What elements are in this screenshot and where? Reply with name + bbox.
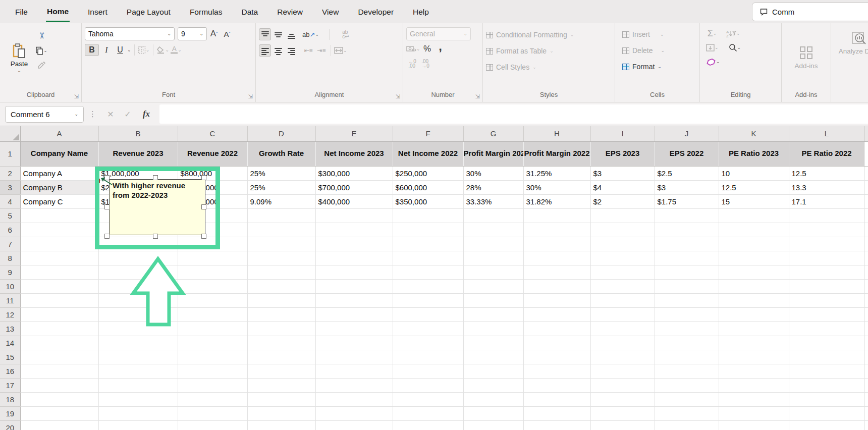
cell-I20[interactable]	[590, 420, 655, 430]
cell-G6[interactable]	[463, 223, 523, 237]
cell-F9[interactable]	[393, 265, 463, 279]
italic-button[interactable]: I	[100, 44, 113, 56]
tab-data[interactable]: Data	[240, 2, 259, 21]
cell-J7[interactable]	[655, 237, 719, 251]
tab-page-layout[interactable]: Page Layout	[126, 2, 172, 21]
cell-A11[interactable]	[20, 293, 98, 307]
cell-G18[interactable]	[463, 392, 523, 406]
cell-I14[interactable]	[590, 336, 655, 350]
cell-C16[interactable]	[178, 364, 247, 378]
cell-K10[interactable]	[719, 279, 789, 293]
alignment-dialog-launcher-icon[interactable]: ⇲	[396, 93, 400, 100]
cell-J17[interactable]	[655, 378, 719, 392]
cell-F3[interactable]: $600,000	[393, 180, 463, 194]
font-color-button[interactable]: A ⌄	[170, 44, 182, 56]
cell-J2[interactable]: $2.5	[655, 166, 719, 180]
cell-L1[interactable]: PE Ratio 2022	[789, 141, 864, 166]
cell-H3[interactable]: 30%	[523, 180, 590, 194]
cell-D16[interactable]	[247, 364, 315, 378]
cell-I11[interactable]	[590, 293, 655, 307]
cell-A20[interactable]	[20, 420, 98, 430]
cell-A18[interactable]	[20, 392, 98, 406]
enter-icon[interactable]: ✓	[119, 110, 136, 119]
cell-G13[interactable]	[463, 321, 523, 336]
cell-H8[interactable]	[523, 251, 590, 265]
cell-F10[interactable]	[393, 279, 463, 293]
cell-I4[interactable]: $2	[590, 194, 655, 208]
column-header-D[interactable]: D	[247, 126, 315, 141]
cell-E12[interactable]	[315, 307, 393, 321]
cell-D19[interactable]	[247, 406, 315, 420]
cell-L20[interactable]	[789, 420, 864, 430]
cell-B19[interactable]	[98, 406, 178, 420]
cell-G19[interactable]	[463, 406, 523, 420]
cell-K12[interactable]	[719, 307, 789, 321]
cell-I1[interactable]: EPS 2023	[590, 141, 655, 166]
cell-H11[interactable]	[523, 293, 590, 307]
align-top-button[interactable]	[259, 28, 271, 40]
cell-M13[interactable]	[864, 321, 868, 336]
cell-I9[interactable]	[590, 265, 655, 279]
cell-L15[interactable]	[789, 350, 864, 364]
cell-I19[interactable]	[590, 406, 655, 420]
orientation-button[interactable]: ab↗ ⌄	[302, 28, 319, 40]
cell-M5[interactable]	[864, 208, 868, 223]
cell-E13[interactable]	[315, 321, 393, 336]
cell-E17[interactable]	[315, 378, 393, 392]
cell-F15[interactable]	[393, 350, 463, 364]
cell-G5[interactable]	[463, 208, 523, 223]
cell-K20[interactable]	[719, 420, 789, 430]
cell-A3[interactable]: Company B	[20, 180, 98, 194]
cell-H17[interactable]	[523, 378, 590, 392]
delete-cells-button[interactable]: Delete ⌄	[622, 43, 696, 58]
cell-I10[interactable]	[590, 279, 655, 293]
column-header-F[interactable]: F	[393, 126, 463, 141]
increase-indent-button[interactable]: ⇥≡	[315, 44, 328, 57]
number-dialog-launcher-icon[interactable]: ⇲	[475, 93, 480, 100]
cell-E18[interactable]	[315, 392, 393, 406]
cell-D14[interactable]	[247, 336, 315, 350]
cell-A8[interactable]	[20, 251, 98, 265]
cell-B1[interactable]: Revenue 2023	[98, 141, 178, 166]
cell-L13[interactable]	[789, 321, 864, 336]
cell-J18[interactable]	[655, 392, 719, 406]
cell-I2[interactable]: $3	[590, 166, 655, 180]
cell-H5[interactable]	[523, 208, 590, 223]
fill-color-button[interactable]: ⌄	[156, 44, 170, 56]
cell-E9[interactable]	[315, 265, 393, 279]
increase-decimal-button[interactable]: ←0 .00	[406, 58, 418, 70]
cell-L16[interactable]	[789, 364, 864, 378]
bold-button[interactable]: B	[85, 44, 99, 56]
cell-H13[interactable]	[523, 321, 590, 336]
cell-D3[interactable]: 25%	[247, 180, 315, 194]
cell-L8[interactable]	[789, 251, 864, 265]
cell-M20[interactable]	[864, 420, 868, 430]
cell-E1[interactable]: Net Income 2023	[315, 141, 393, 166]
row-header-4[interactable]: 4	[0, 194, 20, 208]
cell-A6[interactable]	[20, 223, 98, 237]
cell-E7[interactable]	[315, 237, 393, 251]
cell-J15[interactable]	[655, 350, 719, 364]
cell-H10[interactable]	[523, 279, 590, 293]
cell-J1[interactable]: EPS 2022	[655, 141, 719, 166]
cell-F19[interactable]	[393, 406, 463, 420]
font-name-select[interactable]: Tahoma ⌄	[85, 27, 175, 40]
cell-K16[interactable]	[719, 364, 789, 378]
conditional-formatting-button[interactable]: Conditional Formatting ⌄	[486, 28, 612, 41]
cell-K4[interactable]: 15	[719, 194, 789, 208]
align-middle-button[interactable]	[272, 28, 284, 40]
select-all-corner[interactable]	[0, 126, 20, 141]
row-header-19[interactable]: 19	[0, 406, 20, 420]
row-header-5[interactable]: 5	[0, 208, 20, 223]
align-center-button[interactable]	[272, 44, 284, 57]
cell-C18[interactable]	[178, 392, 247, 406]
cell-F13[interactable]	[393, 321, 463, 336]
cell-A9[interactable]	[20, 265, 98, 279]
align-bottom-button[interactable]	[285, 28, 297, 40]
cell-styles-button[interactable]: Cell Styles ⌄	[486, 61, 612, 74]
cell-L7[interactable]	[789, 237, 864, 251]
cell-J4[interactable]: $1.75	[655, 194, 719, 208]
cell-E19[interactable]	[315, 406, 393, 420]
cell-A12[interactable]	[20, 307, 98, 321]
row-header-14[interactable]: 14	[0, 336, 20, 350]
